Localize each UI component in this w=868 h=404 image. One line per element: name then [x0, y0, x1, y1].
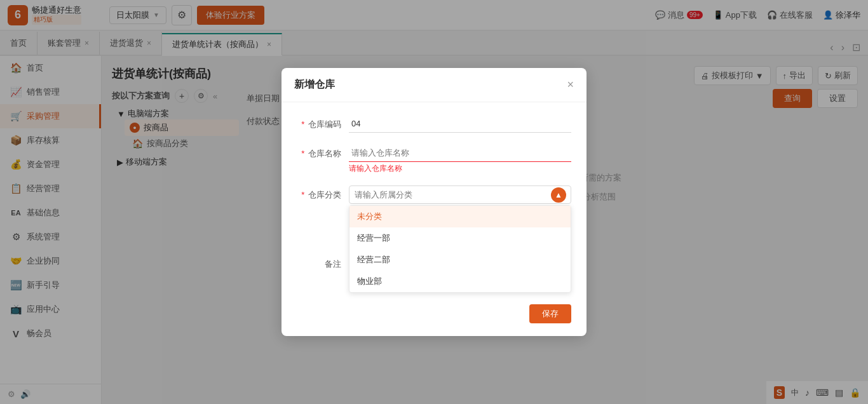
category-input-wrap: ▲ — [349, 185, 571, 204]
name-error-message: 请输入仓库名称 — [349, 163, 571, 174]
modal-title: 新增仓库 — [294, 78, 335, 91]
category-label: * 仓库分类 — [297, 185, 341, 201]
form-row-code: * 仓库编码 — [297, 115, 571, 133]
add-warehouse-modal: 新增仓库 × * 仓库编码 * 仓库名称 请输入仓库名称 — [281, 68, 587, 336]
category-control: ▲ 未分类 经营一部 经营二部 物业部 — [349, 185, 571, 204]
category-toggle-button[interactable]: ▲ — [551, 187, 566, 203]
save-button[interactable]: 保存 — [529, 304, 571, 323]
modal-footer: 保存 — [281, 297, 587, 336]
category-dropdown: 未分类 经营一部 经营二部 物业部 — [349, 205, 571, 293]
modal-header: 新增仓库 × — [281, 68, 587, 102]
name-control: 请输入仓库名称 — [349, 144, 571, 174]
form-row-name: * 仓库名称 请输入仓库名称 — [297, 144, 571, 174]
dropdown-item-property[interactable]: 物业部 — [349, 271, 571, 292]
code-control — [349, 115, 571, 133]
dropdown-item-unclassified[interactable]: 未分类 — [349, 206, 571, 227]
modal-close-button[interactable]: × — [567, 78, 574, 91]
code-label: * 仓库编码 — [297, 115, 341, 130]
name-input[interactable] — [349, 144, 571, 162]
category-input[interactable] — [349, 185, 571, 204]
code-input[interactable] — [349, 115, 571, 133]
form-row-category: * 仓库分类 ▲ 未分类 经营一部 经营二部 物业部 — [297, 185, 571, 204]
dropdown-item-dept1[interactable]: 经营一部 — [349, 227, 571, 249]
remark-label: 备注 — [297, 255, 341, 270]
dropdown-item-dept2[interactable]: 经营二部 — [349, 249, 571, 271]
name-label: * 仓库名称 — [297, 144, 341, 159]
modal-body: * 仓库编码 * 仓库名称 请输入仓库名称 * 仓库分类 — [281, 102, 587, 297]
